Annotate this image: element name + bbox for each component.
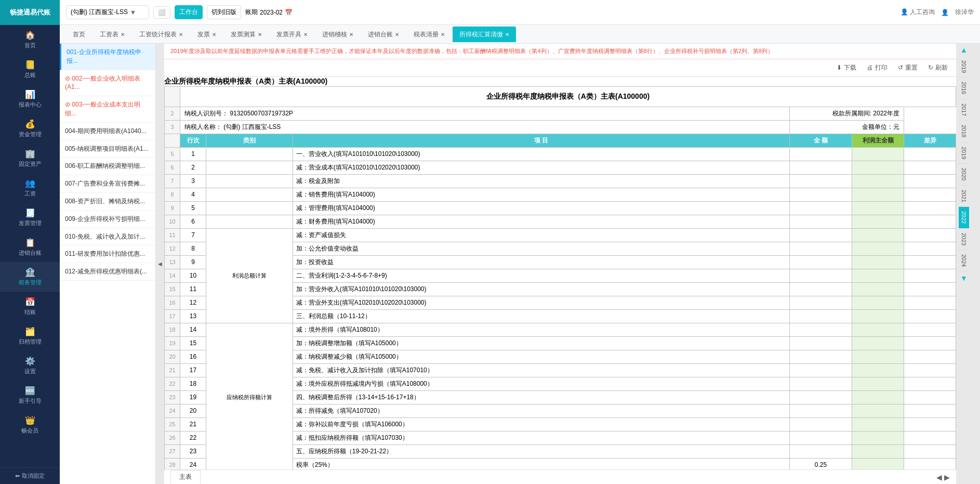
print-button[interactable]: 🖨 打印 [865,62,890,73]
year-item-2016[interactable]: 2016 [959,77,969,99]
year-item-2018[interactable]: 2018 [959,121,969,142]
year-item-2017[interactable]: 2017 [959,99,969,121]
sidebar-item-label: 发票管理 [19,219,42,227]
archive-icon: 🗂️ [25,326,35,336]
sidebar-item-ledger[interactable]: 📒 总账 [0,55,60,84]
sidebar-item-label: 畅会员 [21,427,38,435]
left-panel-item-003[interactable]: ⊘ 003-一般企业成本支出明细... [60,96,155,123]
sidebar-item-label: 设置 [24,368,36,375]
left-panel-item-006[interactable]: 006-职工薪酬纳税调整明细... [60,158,155,175]
switch-old-button[interactable]: 切到旧版 [207,5,241,19]
bottom-tabs: 主表 ◀ ▶ [164,469,956,484]
table-row: 9 5 减：管理费用(填写A104000) [165,201,956,215]
sidebar-item-tax[interactable]: 🏦 税务管理 [0,262,60,292]
sidebar-item-settings[interactable]: ⚙️ 设置 [0,351,60,381]
refresh-button[interactable]: ↻ 刷新 [926,62,950,73]
year-item-2023[interactable]: 2023 [959,229,969,250]
sidebar-item-payroll[interactable]: 👥 工资 [0,173,60,203]
sidebar-item-close[interactable]: 📅 结账 [0,292,60,321]
sidebar-item-member[interactable]: 👑 畅会员 [0,410,60,440]
tab-invoice-calc[interactable]: 发票测算 ✕ [224,27,269,42]
left-panel-item-004[interactable]: 004-期间费用明细表(A1040... [60,123,155,140]
collapse-panel-button[interactable]: ◀ [156,44,164,484]
left-panel-item-007[interactable]: 007-广告费和业务宣传费摊... [60,175,155,193]
year-item-2020[interactable]: 2020 [959,164,969,185]
sidebar-item-label: 归档管理 [19,338,42,346]
taxpayer-id-label: 纳税人识别号： [184,110,228,117]
chevron-down-icon: ▼ [130,9,136,16]
sidebar-item-reports[interactable]: 📊 报表中心 [0,84,60,114]
tab-close-icon[interactable]: ✕ [179,32,183,37]
tab-close-icon[interactable]: ✕ [505,32,509,37]
nav-next-icon[interactable]: ▶ [944,473,950,481]
unpin-sidebar-button[interactable]: ⬅ 取消固定 [0,467,60,484]
tab-payroll[interactable]: 工资表 ✕ [93,27,131,42]
nav-prev-icon[interactable]: ◀ [936,473,942,481]
left-panel-item-009[interactable]: 009-企业所得税补亏损明细... [60,211,155,228]
tab-close-icon[interactable]: ✕ [212,32,216,37]
bottom-tab-main[interactable]: 主表 [170,470,201,484]
tab-close-icon[interactable]: ✕ [441,32,445,37]
sidebar-item-label: 资金管理 [19,130,42,138]
home-icon: 🏠 [25,30,35,40]
year-item-2019[interactable]: 2019 [959,142,969,164]
member-icon: 👑 [25,415,35,425]
sidebar-item-funds[interactable]: 💰 资金管理 [0,114,60,143]
download-button[interactable]: ⬇ 下载 [835,62,858,73]
table-row: 11 7 利润总额计算 减：资产减值损失 [165,228,956,242]
tab-sales-audit[interactable]: 进销稽核 ✕ [315,27,360,42]
tab-invoice-issue[interactable]: 发票开具 ✕ [270,27,314,42]
year-up-arrow[interactable]: ▲ [958,44,970,56]
table-row: 8 4 减：销售费用(填写A104000) [165,188,956,201]
sidebar-item-label: 固定资产 [19,160,42,168]
sidebar-item-archive[interactable]: 🗂️ 归档管理 [0,321,60,351]
tab-income-tax[interactable]: 所得税汇算清缴 ✕ [453,27,516,42]
tab-payroll-stats[interactable]: 工资统计报表 ✕ [133,27,190,42]
left-panel-item-008[interactable]: 008-资产折旧、摊销及纳税... [60,193,155,211]
ledger-icon: 📒 [25,60,35,70]
left-panel-item-001[interactable]: 001-企业所得税年度纳税申报... [60,44,155,70]
year-item-2021[interactable]: 2021 [959,186,969,207]
tab-close-icon[interactable]: ✕ [349,32,353,37]
tab-close-icon[interactable]: ✕ [303,32,308,37]
tab-close-icon[interactable]: ✕ [258,32,262,37]
copy-icon-btn[interactable]: ⬜ [153,6,170,19]
left-panel-item-011[interactable]: 011-研发费用加计扣除优惠... [60,245,155,263]
sales-icon: 📋 [25,238,35,247]
sidebar-item-assets[interactable]: 🏢 固定资产 [0,143,60,173]
close-period-icon: 📅 [25,297,35,307]
calendar-icon[interactable]: 📅 [285,9,293,16]
work-area-button[interactable]: 工作台 [175,5,203,19]
tab-invoice[interactable]: 发票 ✕ [191,27,223,42]
reset-button[interactable]: ↺ 重置 [896,62,920,73]
sidebar-item-guide[interactable]: 🆕 新手引导 [0,381,60,410]
period-value: 2022年度 [873,110,899,117]
sidebar-item-sales[interactable]: 📋 进销台账 [0,232,60,262]
topbar: (勾删) 江西服宝-LSS ▼ ⬜ 工作台 切到旧版 账期 2023-02 📅 … [60,0,980,25]
year-item-2024[interactable]: 2024 [959,250,969,271]
tab-close-icon[interactable]: ✕ [121,32,125,37]
period-label: 账期 [245,8,258,17]
tax-table: 企业所得税年度纳税申报表（A类）主表(A100000) 2 纳税人识别号： 91… [164,86,956,470]
currency-label: 金额单位：元 [862,123,899,130]
tab-close-icon[interactable]: ✕ [395,32,399,37]
tab-sales-ledger[interactable]: 进销台账 ✕ [361,27,406,42]
tax-table-container[interactable]: 企业所得税年度纳税申报表（A类）主表(A100000) 企业所得税年度纳税申报表… [164,77,956,470]
year-item-2019a[interactable]: 2019 [959,56,969,77]
left-panel-item-012[interactable]: 012-减免所得税优惠明细表(... [60,263,155,281]
tab-tax-table[interactable]: 税表清册 ✕ [407,27,452,42]
scrollbar[interactable] [972,44,980,484]
left-panel-item-005[interactable]: 005-纳税调整项目明细表(A1... [60,140,155,158]
service-btn[interactable]: 👤 人工咨询 [900,8,935,17]
sidebar-item-label: 新手引导 [19,397,42,405]
warning-text: 2019年度涉及取以前年度延续数据的申报表单元格需要手工维护正确，才能保证本年及… [170,48,773,54]
tab-home[interactable]: 首页 [66,27,92,42]
sidebar-item-invoices[interactable]: 🧾 发票管理 [0,203,60,232]
year-item-2022[interactable]: 2022 [959,207,969,228]
year-down-arrow[interactable]: ▼ [958,272,970,284]
sidebar-item-home[interactable]: 🏠 首页 [0,25,60,55]
left-panel-item-010[interactable]: 010-免税、减计收入及加计... [60,228,155,246]
table-row: 企业所得税年度纳税申报表（A类）主表(A100000) [165,86,956,107]
left-panel-item-002[interactable]: ⊘ 002-一般企业收入明细表(A1... [60,70,155,97]
company-selector[interactable]: (勾删) 江西服宝-LSS ▼ [66,5,149,19]
